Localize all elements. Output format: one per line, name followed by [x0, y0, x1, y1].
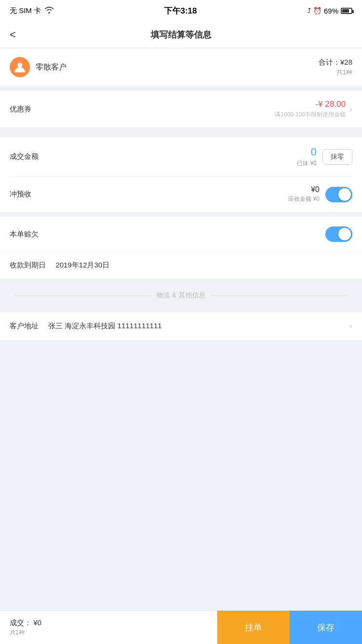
address-value: 张三 海淀永丰科技园 11111111111	[48, 322, 349, 331]
prepay-row: 冲预收 ¥0 应收金额 ¥0	[10, 177, 352, 212]
prepay-amount-value: ¥0	[288, 185, 320, 194]
address-row[interactable]: 客户地址 张三 海淀永丰科技园 11111111111 ›	[0, 312, 362, 340]
coupon-right: -¥ 28.00 满1000-100不限制使用金额 ›	[275, 99, 352, 119]
coupon-label: 优惠券	[10, 105, 31, 114]
coupon-section: 优惠券 -¥ 28.00 满1000-100不限制使用金额 ›	[0, 91, 362, 127]
status-left: 无 SIM 卡	[10, 6, 54, 15]
customer-count: 共1种	[319, 68, 352, 77]
bottom-count: 共1种	[10, 629, 208, 637]
battery-icon	[341, 8, 352, 14]
prepay-toggle[interactable]	[325, 187, 352, 202]
due-date-label: 收款到期日	[10, 261, 46, 269]
transaction-section: 成交金额 0 已抹 ¥0 抹零 冲预收 ¥0 应收金额 ¥0	[0, 137, 362, 212]
debt-row: 本单赊欠	[10, 217, 352, 252]
customer-right: 合计：¥28 共1种	[319, 58, 352, 77]
toggle-knob	[338, 188, 351, 201]
divider-line-right	[210, 295, 348, 296]
save-button[interactable]: 保存	[290, 611, 362, 644]
bottom-total-value: ¥0	[33, 618, 42, 627]
logistics-section: 物流 & 其他信息	[0, 283, 362, 308]
customer-row: 零散客户 合计：¥28 共1种	[0, 48, 362, 86]
debt-toggle[interactable]	[325, 226, 352, 242]
divider-line-left	[14, 295, 152, 296]
customer-section: 零散客户 合计：¥28 共1种	[0, 48, 362, 86]
address-label: 客户地址	[10, 322, 39, 331]
section-gap-4	[0, 308, 362, 312]
address-chevron-icon: ›	[349, 321, 352, 331]
bottom-bar: 成交： ¥0 共1种 挂单 保存	[0, 610, 362, 644]
transaction-row: 成交金额 0 已抹 ¥0 抹零	[10, 137, 352, 177]
debt-toggle-knob	[338, 228, 351, 240]
coupon-discount: -¥ 28.00	[275, 99, 346, 109]
transaction-value-block: 0 已抹 ¥0	[297, 146, 317, 168]
bottom-info: 成交： ¥0 共1种	[0, 611, 217, 644]
hang-order-button[interactable]: 挂单	[217, 611, 290, 644]
customer-left: 零散客户	[10, 57, 67, 77]
section-gap-3	[0, 279, 362, 283]
logistics-divider: 物流 & 其他信息	[0, 291, 362, 300]
due-date-value: 2019年12月30日	[56, 261, 110, 269]
debt-section: 本单赊欠	[0, 217, 362, 252]
svg-point-0	[17, 63, 22, 68]
battery-percent: 69%	[324, 7, 338, 15]
transaction-sub: 已抹 ¥0	[297, 159, 317, 168]
nav-bar: < 填写结算等信息	[0, 21, 362, 48]
bottom-space	[0, 340, 362, 436]
user-icon	[14, 61, 26, 73]
status-right: ⤴ ⏰ 69%	[307, 7, 352, 15]
status-bar: 无 SIM 卡 下午3:18 ⤴ ⏰ 69%	[0, 0, 362, 21]
section-gap-2	[0, 212, 362, 217]
coupon-desc: 满1000-100不限制使用金额	[275, 111, 346, 119]
customer-name: 零散客户	[36, 62, 67, 72]
carrier-text: 无 SIM 卡	[10, 6, 41, 15]
coupon-value-block: -¥ 28.00 满1000-100不限制使用金额	[275, 99, 346, 119]
prepay-label: 冲预收	[10, 190, 31, 199]
section-gap-1	[0, 132, 362, 137]
logistics-label: 物流 & 其他信息	[156, 291, 205, 300]
wifi-icon	[45, 7, 54, 15]
transaction-right: 0 已抹 ¥0 抹零	[297, 146, 352, 168]
due-date-row[interactable]: 收款到期日 2019年12月30日	[0, 252, 362, 279]
page-title: 填写结算等信息	[151, 29, 211, 41]
customer-avatar	[10, 57, 30, 77]
customer-total: 合计：¥28	[319, 58, 352, 67]
transaction-amount: 0	[297, 146, 317, 158]
prepay-right: ¥0 应收金额 ¥0	[288, 185, 352, 203]
alarm-icon: ⏰	[313, 7, 321, 14]
location-icon: ⤴	[307, 7, 311, 14]
bottom-total-label: 成交：	[10, 618, 31, 627]
debt-label: 本单赊欠	[10, 230, 39, 239]
round-zero-button[interactable]: 抹零	[322, 149, 352, 165]
bottom-total: 成交： ¥0	[10, 618, 208, 628]
back-button[interactable]: <	[10, 28, 16, 41]
status-time: 下午3:18	[164, 5, 197, 16]
prepay-amount-block: ¥0 应收金额 ¥0	[288, 185, 320, 203]
transaction-label: 成交金额	[10, 152, 39, 161]
chevron-right-icon: ›	[349, 104, 352, 114]
prepay-receivable: 应收金额 ¥0	[288, 195, 320, 203]
coupon-row[interactable]: 优惠券 -¥ 28.00 满1000-100不限制使用金额 ›	[0, 91, 362, 127]
